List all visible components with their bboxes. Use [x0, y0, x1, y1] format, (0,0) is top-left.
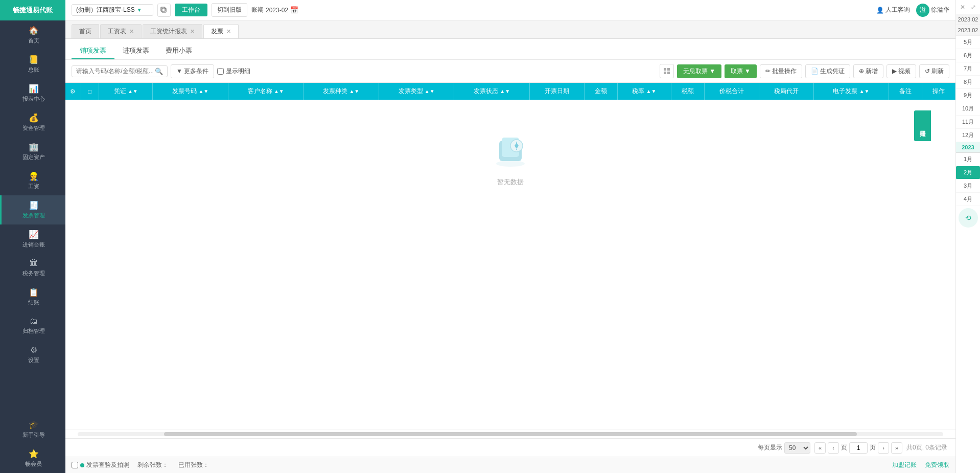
tab-payroll-stats-close[interactable]: ✕: [190, 28, 195, 35]
new-button[interactable]: ⊕ 新增: [853, 64, 883, 78]
last-page-button[interactable]: »: [891, 442, 902, 454]
period-calendar-icon[interactable]: 📅: [290, 6, 298, 14]
horizontal-scrollbar[interactable]: [78, 432, 943, 436]
col-total[interactable]: 价税合计: [704, 83, 759, 100]
period-month-2-2023[interactable]: 2月: [956, 166, 980, 179]
tab-payroll[interactable]: 工资表 ✕: [100, 24, 142, 38]
video-button[interactable]: ▶ 视频: [886, 64, 916, 78]
col-voucher[interactable]: 凭证 ▲▼: [99, 83, 152, 100]
period-year-2023-02-2[interactable]: 2023.02: [956, 25, 980, 36]
col-tax-rate[interactable]: 税率 ▲▼: [617, 83, 671, 100]
join-link[interactable]: 加盟记账: [892, 461, 917, 469]
generate-voucher-button[interactable]: 📄 生成凭证: [805, 64, 850, 78]
more-conditions-button[interactable]: ▼ 更多条件: [171, 64, 214, 78]
home-icon: 🏠: [29, 26, 39, 35]
sidebar-item-home[interactable]: 🏠 首页: [0, 20, 65, 50]
video-label: 视频: [898, 67, 911, 76]
col-customer[interactable]: 客户名称 ▲▼: [228, 83, 303, 100]
no-take-button[interactable]: 无息取票 ▼: [677, 64, 721, 78]
statusbar-right: 加盟记账 免费领取: [892, 461, 949, 469]
show-detail-wrap[interactable]: 显示明细: [217, 67, 250, 76]
free-link[interactable]: 免费领取: [925, 461, 949, 469]
invoice-check-checkbox[interactable]: [72, 462, 78, 468]
grid-settings-button[interactable]: [660, 64, 674, 78]
sidebar-item-tax[interactable]: 🏛 税务管理: [0, 254, 65, 282]
per-page-select[interactable]: 50 100 200: [784, 442, 810, 454]
show-detail-checkbox[interactable]: [217, 68, 224, 75]
period-month-5[interactable]: 5月: [956, 36, 980, 49]
panel-expand-button[interactable]: ⤢: [969, 2, 978, 12]
col-tax[interactable]: 税额: [671, 83, 704, 100]
sidebar-item-invoice[interactable]: 🧾 发票管理: [0, 195, 65, 224]
col-invoice-no[interactable]: 发票号码 ▲▼: [153, 83, 228, 100]
panel-close-button[interactable]: ✕: [958, 2, 968, 12]
copy-button[interactable]: [157, 4, 171, 17]
sidebar-item-ledger[interactable]: 📒 总账: [0, 50, 65, 79]
sidebar-item-close-account[interactable]: 📋 结账: [0, 282, 65, 311]
take-button[interactable]: 取票 ▼: [725, 64, 757, 78]
support-button[interactable]: 👤 人工客询: [876, 6, 910, 14]
period-month-6[interactable]: 6月: [956, 49, 980, 62]
sub-tab-expense[interactable]: 费用小票: [157, 43, 200, 59]
user-info[interactable]: 溢 徐溢华: [916, 4, 949, 17]
sidebar-item-member[interactable]: ⭐ 畅会员: [0, 444, 65, 473]
refresh-button[interactable]: ↺ 刷新: [919, 64, 949, 78]
search-icon[interactable]: 🔍: [155, 67, 163, 75]
period-year-2023-label[interactable]: 2023: [956, 142, 980, 153]
panel-bottom-circle-button[interactable]: ⟲: [959, 208, 978, 228]
period-year-2023-02-top[interactable]: 2023.02: [956, 14, 980, 25]
col-invoice-kind[interactable]: 发票种类 ▲▼: [304, 83, 379, 100]
tab-payroll-close[interactable]: ✕: [129, 28, 134, 35]
sub-tab-purchase[interactable]: 进项发票: [114, 43, 157, 59]
scrollbar-thumb[interactable]: [164, 432, 856, 436]
page-input[interactable]: [849, 442, 868, 454]
col-invoice-type[interactable]: 发票类型 ▲▼: [379, 83, 454, 100]
first-page-button[interactable]: «: [814, 442, 826, 454]
period-month-8[interactable]: 8月: [956, 76, 980, 89]
sidebar-item-settings[interactable]: ⚙ 设置: [0, 340, 65, 369]
prev-page-button[interactable]: ‹: [828, 442, 839, 454]
col-ops[interactable]: 操作: [922, 83, 955, 100]
tab-payroll-stats[interactable]: 工资统计报表 ✕: [143, 24, 202, 38]
topbar-right: 👤 人工客询 溢 徐溢华: [876, 4, 949, 17]
col-tax-bureau[interactable]: 税局代开: [759, 83, 813, 100]
tab-home[interactable]: 首页: [72, 24, 99, 38]
period-month-1-2023[interactable]: 1月: [956, 153, 980, 166]
col-settings[interactable]: ⚙: [65, 83, 81, 100]
col-electronic[interactable]: 电子发票 ▲▼: [813, 83, 889, 100]
sidebar-item-payroll[interactable]: 👷 工资: [0, 166, 65, 195]
period-month-9[interactable]: 9月: [956, 89, 980, 102]
sidebar-item-guide[interactable]: 🎓 新手引导: [0, 415, 65, 444]
sidebar-item-funds[interactable]: 💰 资金管理: [0, 108, 65, 137]
period-month-4-2023[interactable]: 4月: [956, 193, 980, 206]
workbench-button[interactable]: 工作台: [175, 4, 207, 16]
page-label2: 页: [870, 443, 876, 452]
col-remark[interactable]: 备注: [889, 83, 922, 100]
period-label: 账期: [251, 6, 264, 14]
col-date[interactable]: 开票日期: [529, 83, 584, 100]
period-month-10[interactable]: 10月: [956, 102, 980, 116]
old-version-button[interactable]: 切到旧版: [212, 3, 247, 17]
period-month-7[interactable]: 7月: [956, 62, 980, 76]
reports-icon: 📊: [29, 84, 39, 94]
sub-tab-sales[interactable]: 销项发票: [72, 43, 114, 59]
sidebar-item-reports[interactable]: 📊 报表中心: [0, 79, 65, 108]
batch-ops-button[interactable]: ✏ 批量操作: [760, 64, 802, 78]
period-month-12[interactable]: 12月: [956, 129, 980, 142]
open-period-button[interactable]: 开账日期: [914, 110, 931, 141]
tab-payroll-stats-label: 工资统计报表: [150, 27, 187, 36]
period-month-11[interactable]: 11月: [956, 116, 980, 129]
sidebar-item-archive[interactable]: 🗂 归档管理: [0, 311, 65, 340]
col-amount[interactable]: 金额: [584, 83, 617, 100]
search-input[interactable]: [76, 67, 153, 75]
col-checkbox[interactable]: □: [81, 83, 99, 100]
company-selector[interactable]: (勿删）江西服宝-LSS ▼: [72, 4, 153, 16]
tab-invoice-close[interactable]: ✕: [226, 28, 231, 35]
period-month-3-2023[interactable]: 3月: [956, 179, 980, 193]
search-wrap[interactable]: 🔍: [72, 65, 168, 77]
sidebar-item-assets[interactable]: 🏢 固定资产: [0, 137, 65, 166]
next-page-button[interactable]: ›: [878, 442, 889, 454]
col-invoice-status[interactable]: 发票状态 ▲▼: [454, 83, 529, 100]
sidebar-item-sales-ledger[interactable]: 📈 进销台账: [0, 224, 65, 254]
tab-invoice[interactable]: 发票 ✕: [203, 24, 239, 38]
